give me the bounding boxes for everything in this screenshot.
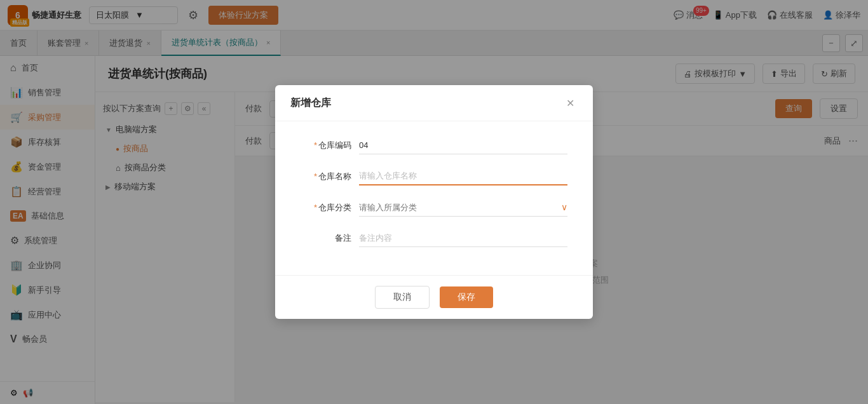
note-label: 备注	[301, 232, 351, 244]
note-input[interactable]	[359, 229, 567, 247]
category-dropdown-icon: ∨	[561, 202, 567, 212]
modal-body: 仓库编码 仓库名称 仓库分类 ∨ 备注	[275, 121, 593, 275]
form-row-name: 仓库名称	[301, 167, 567, 185]
category-input[interactable]	[359, 203, 561, 212]
form-row-note: 备注	[301, 229, 567, 247]
modal-header: 新增仓库 ✕	[275, 85, 593, 121]
category-label: 仓库分类	[301, 202, 351, 213]
modal-title: 新增仓库	[290, 97, 331, 110]
name-label: 仓库名称	[301, 171, 351, 182]
warehouse-name-input[interactable]	[359, 167, 567, 185]
cancel-button[interactable]: 取消	[375, 286, 430, 309]
modal-close-button[interactable]: ✕	[562, 95, 578, 111]
warehouse-code-input[interactable]	[359, 137, 567, 154]
save-button[interactable]: 保存	[440, 286, 493, 308]
add-warehouse-modal: 新增仓库 ✕ 仓库编码 仓库名称 仓库分类 ∨	[275, 85, 593, 319]
modal-footer: 取消 保存	[275, 275, 593, 319]
code-label: 仓库编码	[301, 140, 351, 151]
category-select-row[interactable]: ∨	[359, 198, 567, 217]
form-row-category: 仓库分类 ∨	[301, 198, 567, 217]
modal-overlay[interactable]: 新增仓库 ✕ 仓库编码 仓库名称 仓库分类 ∨	[0, 0, 868, 404]
form-row-code: 仓库编码	[301, 137, 567, 154]
